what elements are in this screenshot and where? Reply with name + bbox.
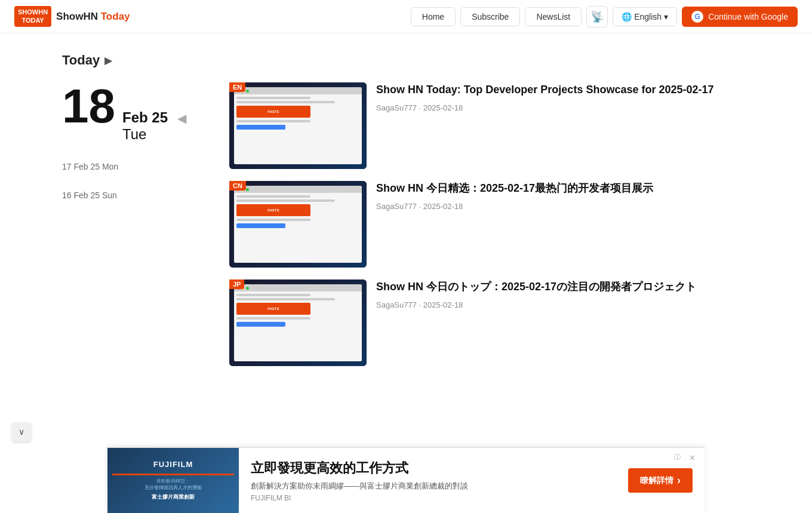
article-thumbnail-1: FASTS bbox=[229, 181, 367, 268]
article-author-0: SagaSu777 bbox=[376, 103, 417, 112]
section-arrow-icon: ▶ bbox=[104, 55, 112, 66]
weekday: Tue bbox=[122, 126, 168, 143]
chevron-down-icon: ▾ bbox=[664, 12, 668, 21]
article-date-0: 2025-02-18 bbox=[423, 103, 463, 112]
article-meta-0: SagaSu777 · 2025-02-18 bbox=[376, 103, 750, 112]
article-author-1: SagaSu777 bbox=[376, 202, 417, 211]
article-title-2: Show HN 今日のトップ：2025-02-17の注目の開発者プロジェクト bbox=[376, 279, 750, 294]
prev-dates-list: 17 Feb 25 Mon 16 Feb 25 Sun bbox=[62, 162, 215, 200]
lang-badge-1: CN bbox=[229, 181, 246, 191]
article-thumb-wrap-0: FASTS EN bbox=[229, 82, 367, 169]
article-card-0[interactable]: FASTS EN Show HN Today: Top Developer Pr… bbox=[229, 82, 750, 169]
main-content: Today ▶ 18 Feb 25 Tue ◀ 17 Feb 25 Mon 16… bbox=[48, 33, 764, 385]
article-thumb-wrap-1: FASTS CN bbox=[229, 181, 367, 268]
lang-badge-2: JP bbox=[229, 279, 244, 289]
translate-icon: 🌐 bbox=[622, 12, 632, 21]
google-signin-button[interactable]: G Continue with Google bbox=[682, 7, 798, 27]
articles-list: FASTS EN Show HN Today: Top Developer Pr… bbox=[229, 82, 750, 366]
thumb-fasts-label-1: FASTS bbox=[236, 204, 310, 216]
logo[interactable]: SHOWHN TODAY bbox=[14, 6, 51, 26]
article-title-0: Show HN Today: Top Developer Projects Sh… bbox=[376, 82, 750, 97]
article-author-2: SagaSu777 bbox=[376, 300, 417, 309]
article-thumbnail-0: FASTS bbox=[229, 82, 367, 169]
prev-date-item-0[interactable]: 17 Feb 25 Mon bbox=[62, 162, 215, 171]
content-layout: 18 Feb 25 Tue ◀ 17 Feb 25 Mon 16 Feb 25 … bbox=[62, 82, 750, 366]
article-card-1[interactable]: FASTS CN Show HN 今日精选：2025-02-17最热门的开发者项… bbox=[229, 181, 750, 268]
prev-day-arrow[interactable]: ◀ bbox=[177, 111, 186, 125]
subscribe-button[interactable]: Subscribe bbox=[460, 7, 520, 26]
article-body-2: Show HN 今日のトップ：2025-02-17の注目の開発者プロジェクト S… bbox=[376, 279, 750, 309]
current-date: 18 Feb 25 Tue ◀ bbox=[62, 82, 215, 143]
thumb-fasts-label-2: FASTS bbox=[236, 303, 310, 315]
rss-button[interactable]: 📡 bbox=[586, 6, 608, 27]
article-thumbnail-2: FASTS bbox=[229, 279, 367, 366]
lang-badge-0: EN bbox=[229, 82, 245, 92]
google-icon: G bbox=[691, 11, 703, 23]
thumb-fasts-label-0: FASTS bbox=[236, 106, 310, 118]
newslist-button[interactable]: NewsList bbox=[525, 7, 582, 26]
article-card-2[interactable]: FASTS JP Show HN 今日のトップ：2025-02-17の注目の開発… bbox=[229, 279, 750, 366]
navbar: SHOWHN TODAY ShowHN Today Home Subscribe… bbox=[0, 0, 812, 33]
home-button[interactable]: Home bbox=[411, 7, 456, 26]
article-body-0: Show HN Today: Top Developer Projects Sh… bbox=[376, 82, 750, 112]
section-title: Today ▶ bbox=[62, 53, 750, 68]
article-title-1: Show HN 今日精选：2025-02-17最热门的开发者项目展示 bbox=[376, 181, 750, 196]
article-meta-2: SagaSu777 · 2025-02-18 bbox=[376, 300, 750, 309]
article-date-1: 2025-02-18 bbox=[423, 202, 463, 211]
navbar-left: SHOWHN TODAY ShowHN Today bbox=[14, 6, 130, 26]
article-body-1: Show HN 今日精选：2025-02-17最热门的开发者项目展示 SagaS… bbox=[376, 181, 750, 211]
prev-date-item-1[interactable]: 16 Feb 25 Sun bbox=[62, 191, 215, 200]
language-selector[interactable]: 🌐 English ▾ bbox=[613, 7, 677, 26]
month-year: Feb 25 bbox=[122, 109, 168, 126]
date-panel: 18 Feb 25 Tue ◀ 17 Feb 25 Mon 16 Feb 25 … bbox=[62, 82, 229, 200]
navbar-right: Home Subscribe NewsList 📡 🌐 English ▾ G … bbox=[411, 6, 798, 27]
brand-name: ShowHN Today bbox=[56, 11, 130, 23]
day-number: 18 bbox=[62, 82, 115, 130]
date-info: Feb 25 Tue bbox=[122, 109, 168, 143]
article-thumb-wrap-2: FASTS JP bbox=[229, 279, 367, 366]
article-date-2: 2025-02-18 bbox=[423, 300, 463, 309]
article-meta-1: SagaSu777 · 2025-02-18 bbox=[376, 202, 750, 211]
